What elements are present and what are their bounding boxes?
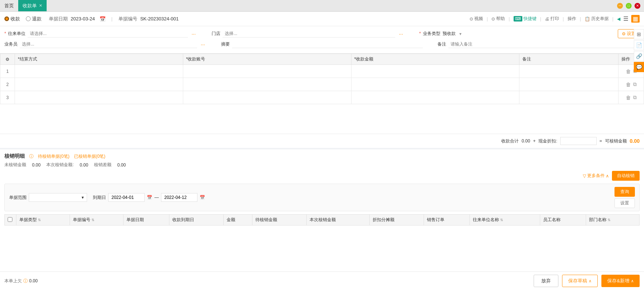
remark-field: 备注 (437, 40, 640, 48)
shortcut-icon: ⌨ (514, 16, 522, 21)
counterpart-input[interactable] (28, 30, 188, 38)
row3-remark[interactable] (519, 91, 619, 104)
row2-actions: 🗑 ⧉ (619, 78, 644, 91)
maximize-button[interactable]: □ (626, 3, 632, 9)
staff-field: 业务员 ··· (4, 40, 207, 48)
sidebar-table-icon[interactable]: ⊞ (634, 29, 644, 39)
remark-input[interactable] (448, 40, 640, 48)
help-action[interactable]: ⊙ 帮助 (491, 16, 505, 22)
doc-type-col-header[interactable]: 单据类型 (16, 215, 70, 226)
row2-amount[interactable] (351, 78, 519, 91)
amount-col-header-v: 金额 (223, 215, 252, 226)
row3-amount[interactable] (351, 91, 519, 104)
checkbox-col-header (5, 215, 16, 226)
shortcut-action[interactable]: ⌨ 快捷键 (514, 16, 537, 22)
sidebar-link-icon[interactable]: 🔗 (634, 51, 644, 61)
settle-method-col-header: *结算方式 (15, 54, 183, 65)
row3-account[interactable] (183, 91, 351, 104)
refund-radio[interactable]: 退款 (26, 16, 42, 22)
staff-more-btn[interactable]: ··· (199, 42, 207, 47)
video-action[interactable]: ⊙ 视频 (470, 16, 483, 22)
summary-label: 摘要 (221, 41, 230, 47)
row1-delete-icon[interactable]: 🗑 (626, 68, 631, 74)
verify-tab-pending[interactable]: 待核销单据(0笔) (38, 153, 70, 160)
refund-radio-input[interactable] (26, 16, 31, 21)
prev-icon: ◀ (617, 16, 620, 21)
print-action[interactable]: 🖨 打印 (545, 16, 559, 22)
row2-settle[interactable] (15, 78, 183, 91)
minimize-button[interactable]: ─ (617, 3, 623, 9)
date-to-input[interactable] (161, 193, 197, 202)
this-order-info-icon[interactable]: ⓘ (23, 278, 28, 284)
staff-input[interactable] (20, 40, 197, 48)
total-value: 0.00 (522, 138, 530, 144)
save-draft-button[interactable]: 保存草稿 ∧ (562, 275, 598, 287)
operations-action[interactable]: 操作 (568, 16, 576, 22)
calendar-icon[interactable]: 📅 (99, 16, 106, 22)
tab-close-icon[interactable]: ✕ (39, 3, 42, 8)
footer-info: 本单上欠 ⓘ 0.00 (4, 278, 38, 284)
view-grid[interactable]: ▦ (631, 15, 640, 23)
tab-home[interactable]: 首页 (0, 0, 18, 11)
view-list[interactable]: ☰ (623, 15, 628, 22)
row1-account[interactable] (183, 65, 351, 78)
discount-input[interactable] (560, 137, 597, 145)
counterpart-name-col-header[interactable]: 往来单位名称 (470, 215, 540, 226)
filter-settings-button[interactable]: 设置 (614, 198, 635, 208)
row1-remark[interactable] (519, 65, 619, 78)
verify-table-container: 单据类型 单据编号 单据日期 收款到期日 金额 待核销金额 本次核销金额 折扣分… (4, 214, 640, 268)
store-input[interactable] (223, 30, 395, 38)
range-select[interactable]: ▾ (29, 193, 87, 202)
counterpart-more-btn[interactable]: ··· (190, 31, 197, 37)
this-verify-col-header: 本次核销金额 (307, 215, 369, 226)
store-more-btn[interactable]: ··· (397, 31, 405, 37)
staff-label: 业务员 (4, 41, 17, 47)
sidebar-chat-icon[interactable]: 💬 (634, 62, 644, 72)
print-icon: 🖨 (545, 16, 549, 21)
tab-receipt[interactable]: 收款单 ✕ (18, 0, 47, 11)
auto-verify-button[interactable]: 自动核销 (612, 171, 640, 181)
receipt-radio[interactable]: 收款 (4, 16, 20, 22)
doc-no-label: 单据编号 (118, 16, 137, 22)
verify-tab-done[interactable]: 已核销单据(0笔) (74, 153, 106, 160)
table-row: 3 🗑 ⧉ (0, 91, 644, 104)
row2-account[interactable] (183, 78, 351, 91)
diff-value: 0.00 (117, 162, 126, 168)
row1-amount[interactable] (351, 65, 519, 78)
form-area: * 往来单位 ··· 门店 ··· * 业务类型 预收款 ▾ (0, 26, 644, 54)
summary-input[interactable] (232, 40, 423, 48)
history-icon: 📋 (585, 16, 590, 21)
gear-col-header[interactable]: ⚙ (0, 54, 15, 65)
biz-type-arrow-icon[interactable]: ▾ (459, 31, 462, 36)
query-button[interactable]: 查询 (614, 187, 635, 197)
tab-bar: 首页 收款单 ✕ ─ □ ✕ (0, 0, 644, 12)
required-star-2: * (419, 31, 421, 36)
history-action[interactable]: 📋 历史单据 (585, 16, 609, 22)
doc-no-col-header[interactable]: 单据编号 (70, 215, 123, 226)
view-prev[interactable]: ◀ (617, 16, 620, 21)
right-sidebar: ⊞ 📄 🔗 💬 (634, 29, 644, 72)
receipt-radio-input[interactable] (4, 16, 9, 21)
calendar-to-icon[interactable]: 📅 (200, 195, 205, 200)
window-controls: ─ □ ✕ (617, 3, 644, 9)
row2-delete-icon[interactable]: 🗑 (626, 82, 631, 87)
calendar-from-icon[interactable]: 📅 (147, 195, 152, 200)
select-all-checkbox[interactable] (8, 217, 12, 222)
row3-settle[interactable] (15, 91, 183, 104)
abandon-button[interactable]: 放弃 (534, 275, 558, 287)
verify-header: 核销明细 ⓘ 待核销单据(0笔) 已核销单据(0笔) (4, 153, 640, 160)
row2-copy-icon[interactable]: ⧉ (633, 81, 637, 87)
verify-section: 核销明细 ⓘ 待核销单据(0笔) 已核销单据(0笔) 未核销金额 0.00 本次… (0, 148, 644, 271)
sep1: | (487, 16, 488, 21)
row3-copy-icon[interactable]: ⧉ (633, 94, 637, 101)
save-new-button[interactable]: 保存&新增 ∧ (601, 275, 640, 287)
row2-remark[interactable] (519, 78, 619, 91)
date-from-input[interactable] (108, 193, 145, 202)
close-button[interactable]: ✕ (635, 3, 640, 9)
row3-delete-icon[interactable]: 🗑 (626, 95, 631, 101)
row1-settle[interactable] (15, 65, 183, 78)
verify-info-icon[interactable]: ⓘ (29, 153, 34, 160)
dept-name-col-header[interactable]: 部门名称 (586, 215, 640, 226)
sidebar-document-icon[interactable]: 📄 (634, 40, 644, 50)
more-conditions-btn[interactable]: ▽ 更多条件 ∧ (583, 173, 609, 179)
